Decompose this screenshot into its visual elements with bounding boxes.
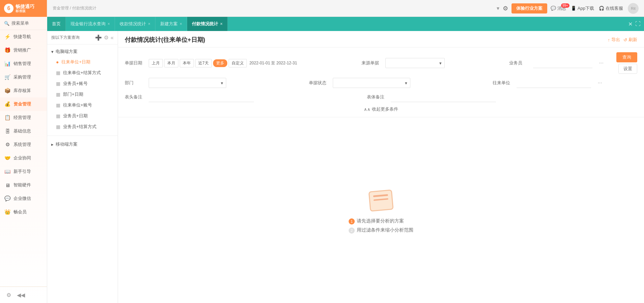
- panel-collapse-btn[interactable]: «: [111, 35, 114, 41]
- service-btn[interactable]: 🎧 在线客服: [599, 5, 623, 11]
- partner-ellipsis-btn[interactable]: ···: [596, 80, 604, 86]
- topbar-dropdown-icon[interactable]: ▾: [497, 5, 499, 11]
- sidebar-item-quicknav[interactable]: ⚡ 快捷导航: [0, 30, 47, 43]
- sidebar-item-marketing[interactable]: 🎁 营销推广: [0, 43, 47, 57]
- topbar-settings-icon[interactable]: ⚙: [503, 5, 508, 12]
- sidebar-item-operations[interactable]: 📋 经营管理: [0, 111, 47, 124]
- salesman-ellipsis-btn[interactable]: ···: [598, 60, 605, 66]
- source-select[interactable]: ▾: [385, 58, 445, 68]
- marketing-icon: 🎁: [4, 47, 11, 53]
- sidebar-item-label: 经营管理: [13, 115, 31, 121]
- tab-payments-close-icon[interactable]: ×: [220, 22, 223, 26]
- collapse-btn[interactable]: ∧∧ 收起更多条件: [364, 106, 398, 112]
- sidebar-collapse-btn[interactable]: ◀◀: [16, 290, 26, 300]
- sidebar-settings-btn[interactable]: ⚙: [4, 290, 13, 300]
- sidebar-item-weixin[interactable]: 💬 企业微信: [0, 192, 47, 205]
- tree-item-unit-settle[interactable]: ▦ 往来单位+结算方式: [47, 67, 118, 78]
- sidebar-item-sales[interactable]: 📊 销售管理: [0, 57, 47, 70]
- sidebar: 6 畅捷通巧 标准版 🔍 搜索菜单 ⚡ 快捷导航 🎁 营销推广 📊 销售管理 🛒…: [0, 0, 47, 303]
- date-btn-custom[interactable]: 自定义: [229, 59, 247, 67]
- body-note-input[interactable]: [391, 92, 496, 102]
- date-btn-last-month[interactable]: 上月: [149, 59, 163, 67]
- sidebar-item-label: 库存核算: [13, 88, 31, 94]
- date-btn-this-year[interactable]: 本年: [180, 59, 194, 67]
- tree-item-salesman-date[interactable]: ▦ 业务员+日期: [47, 111, 118, 121]
- sidebar-item-label: 销售管理: [13, 61, 31, 67]
- add-plan-btn[interactable]: ➕: [95, 34, 102, 41]
- salesman-input[interactable]: [533, 58, 592, 68]
- user-avatar[interactable]: Rit: [628, 3, 639, 14]
- tab-home[interactable]: 首页: [47, 17, 66, 31]
- partner-label: 往来单位: [493, 80, 511, 86]
- sidebar-item-label: 采购管理: [13, 74, 31, 80]
- header-note-input[interactable]: [149, 92, 254, 102]
- trial-button[interactable]: 体验行业方案: [511, 3, 547, 13]
- sidebar-item-inventory[interactable]: 📦 库存核算: [0, 84, 47, 97]
- tree-item-salesman-settle[interactable]: ▦ 业务员+结算方式: [47, 121, 118, 132]
- empty-state: 1 请先选择要分析的方案 2 用过滤条件来缩小分析范围: [118, 117, 644, 303]
- sidebar-item-basics[interactable]: 🗄 基础信息: [0, 124, 47, 138]
- sidebar-search[interactable]: 🔍 搜索菜单: [0, 17, 47, 30]
- sidebar-item-collab[interactable]: 🤝 企业协同: [0, 151, 47, 165]
- tab-payments-label: 付款情况统计: [192, 21, 218, 27]
- tab-receipts[interactable]: 收款情况统计 ×: [115, 17, 155, 31]
- tab-close-all-btn[interactable]: ✕: [628, 21, 633, 27]
- messages-btn[interactable]: 💬 消息 99+: [551, 5, 566, 11]
- sidebar-item-system[interactable]: ⚙ 系统管理: [0, 138, 47, 151]
- filter-settings-btn[interactable]: 设置: [618, 64, 637, 74]
- plan-settings-btn[interactable]: ⚙: [104, 34, 109, 41]
- sidebar-item-purchase[interactable]: 🛒 采购管理: [0, 70, 47, 84]
- date-btn-more[interactable]: 更多: [213, 59, 227, 67]
- basics-icon: 🗄: [4, 128, 11, 134]
- page-header: 付款情况统计(往来单位+日期) ↑ 导出 ↺ 刷新: [118, 31, 644, 48]
- tab-expand-btn[interactable]: ⛶: [635, 21, 641, 27]
- tree-item-label: 业务员+日期: [63, 113, 88, 119]
- plan-icon-5: ▦: [56, 113, 60, 119]
- mobile-section-header[interactable]: ▸ 移动端方案: [47, 139, 118, 149]
- desktop-section-header[interactable]: ▾ 电脑端方案: [47, 47, 118, 57]
- empty-icon-box: [369, 189, 394, 212]
- sidebar-item-funds[interactable]: 💰 资金管理: [0, 97, 47, 111]
- date-btn-7days[interactable]: 近7天: [195, 59, 212, 67]
- collapse-row: ∧∧ 收起更多条件: [125, 106, 637, 112]
- sidebar-item-label: 营销推广: [13, 47, 31, 53]
- sidebar-item-hardware[interactable]: 🖥 智能硬件: [0, 178, 47, 192]
- date-btn-this-month[interactable]: 本月: [164, 59, 178, 67]
- export-btn[interactable]: ↑ 导出: [608, 37, 620, 43]
- hint-num-2: 2: [349, 228, 355, 234]
- body-note-label: 表体备注: [367, 94, 385, 100]
- tab-bank-close-icon[interactable]: ×: [108, 22, 110, 26]
- messages-badge: 99+: [561, 3, 569, 8]
- export-label: 导出: [611, 37, 620, 43]
- topbar-right: 💬 消息 99+ 📱 App下载 🎧 在线客服 Rit: [551, 3, 639, 14]
- tree-item-unit-date[interactable]: ● 往来单位+日期: [47, 57, 118, 67]
- dept-select[interactable]: ▾: [149, 78, 226, 88]
- tree-item-salesman-account[interactable]: ▦ 业务员+账号: [47, 78, 118, 89]
- main-area: 资金管理 / 付款情况统计 ▾ ⚙ 体验行业方案 💬 消息 99+ 📱 App下…: [47, 0, 644, 303]
- refresh-btn[interactable]: ↺ 刷新: [623, 37, 637, 43]
- tab-newplan-close-icon[interactable]: ×: [180, 22, 182, 26]
- query-btn[interactable]: 查询: [616, 52, 637, 62]
- filter-row-1: 单据日期 上月 本月 本年 近7天 更多 自定义 2022-01-01 至 20…: [125, 52, 637, 74]
- tab-payments[interactable]: 付款情况统计 ×: [187, 17, 228, 31]
- section-chevron-icon: ▾: [51, 49, 54, 54]
- status-select[interactable]: ▾: [333, 78, 410, 88]
- tab-receipts-close-icon[interactable]: ×: [148, 22, 150, 26]
- plan-icon-1: ▦: [56, 70, 60, 75]
- sales-icon: 📊: [4, 61, 11, 67]
- tab-newplan[interactable]: 新建方案 ×: [155, 17, 187, 31]
- app-label: App下载: [578, 5, 594, 11]
- sidebar-item-guide[interactable]: 📖 新手引导: [0, 165, 47, 178]
- sidebar-item-label: 新手引导: [13, 169, 31, 175]
- sidebar-item-member[interactable]: 👑 畅会员: [0, 205, 47, 219]
- sidebar-nav: ⚡ 快捷导航 🎁 营销推广 📊 销售管理 🛒 采购管理 📦 库存核算 💰 资金管…: [0, 30, 47, 286]
- partner-input[interactable]: [517, 78, 591, 88]
- source-chevron-icon: ▾: [439, 61, 442, 66]
- tree-item-dept-date[interactable]: ▦ 部门+日期: [47, 89, 118, 100]
- app-download-btn[interactable]: 📱 App下载: [571, 5, 594, 11]
- tree-item-unit-account[interactable]: ▦ 往来单位+账号: [47, 100, 118, 111]
- hint-text-1: 请先选择要分析的方案: [357, 218, 404, 224]
- date-quick-btns: 上月 本月 本年 近7天 更多 自定义 2022-01-01 至 2022-12…: [149, 59, 297, 67]
- dept-label: 部门: [125, 80, 143, 86]
- tab-bank[interactable]: 现金银行流水查询 ×: [66, 17, 115, 31]
